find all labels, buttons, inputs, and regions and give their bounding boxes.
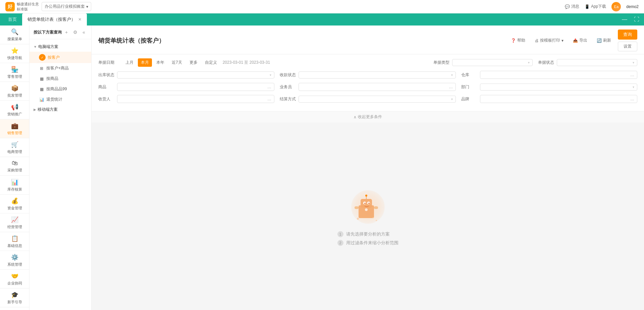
template-print-btn[interactable]: 🖨 按模板打印 ▾ (532, 36, 566, 45)
tip-num-1: 1 (337, 231, 343, 237)
finance-icon: 💰 (11, 197, 18, 205)
download-icon: 📱 (585, 4, 590, 9)
collab-icon: 🤝 (11, 272, 18, 280)
sidebar-item-wholesale-mgmt[interactable]: 📦 批发管理 (0, 82, 29, 101)
basic-info-icon: 📋 (11, 235, 18, 242)
date-btn-this-year[interactable]: 本年 (153, 58, 167, 67)
help-btn[interactable]: ❓ 帮助 (508, 36, 528, 45)
filter-row-4: 收货人 … 结算方式 ▾ 品牌 … (98, 95, 637, 103)
tip-1-text: 请先选择要分析的方案 (346, 231, 390, 237)
empty-tip-2: 2 用过滤条件来缩小分析范围 (337, 240, 398, 246)
settings-icon: ⚙ (73, 30, 77, 35)
query-btn[interactable]: 查询 (618, 30, 637, 40)
sidebar-item-operation[interactable]: 📈 经营管理 (0, 213, 29, 232)
sidebar-item-label: 营销推广 (7, 112, 22, 117)
top-header: 好 畅捷通好生意 标准版 办公用品行业模拟账套 ▾ 💬 消息 📱 App下载 E… (0, 0, 644, 13)
salesperson-select[interactable]: … (299, 83, 456, 91)
refresh-btn[interactable]: 🔄 刷新 (594, 36, 614, 45)
add-scheme-btn[interactable]: + (63, 29, 70, 36)
collapse-panel-btn[interactable]: « (80, 29, 87, 36)
sidebar-item-app-center[interactable]: 📱 应用中心 (0, 307, 29, 310)
sidebar-item-ecommerce[interactable]: 🛒 电商管理 (0, 138, 29, 157)
retail-icon: 🏪 (11, 66, 18, 73)
doc-status-select[interactable]: ▾ (557, 59, 637, 66)
date-btn-this-month[interactable]: 本月 (138, 58, 152, 67)
tree-item-by-goods-99[interactable]: ▦ 按商品品99 (30, 84, 91, 94)
sidebar-item-system[interactable]: ⚙️ 系统管理 (0, 251, 29, 270)
warehouse-select[interactable]: … (480, 71, 637, 79)
message-label: 消息 (571, 4, 579, 9)
mobile-group-header[interactable]: ▶ 移动端方案 (30, 105, 91, 114)
sidebar-item-label: 电商管理 (7, 149, 22, 154)
brand-select[interactable]: … (480, 95, 637, 103)
message-action[interactable]: 💬 消息 (565, 4, 579, 9)
search-icon: 🔍 (11, 28, 18, 36)
tree-item-by-customer[interactable]: ✓ 按客户 (30, 52, 91, 63)
filter-cell-goods: 商品 … (98, 83, 274, 91)
date-btn-more[interactable]: 更多 (186, 58, 201, 67)
goods-select[interactable]: … (117, 83, 274, 91)
tab-sales-stats[interactable]: 销货单统计表（按客户） ✕ (22, 13, 87, 25)
filter-cell-outbound: 出库状态 ▾ (98, 71, 274, 79)
ellipsis-icon: … (630, 97, 634, 101)
username[interactable]: demo2 (626, 4, 639, 9)
brand-label: 品牌 (461, 96, 477, 102)
tree-item-by-customer-goods[interactable]: ⊞ 按客户+商品 (30, 63, 91, 73)
tab-bar: 首页 销货单统计表（按客户） ✕ — ⛶ (0, 13, 644, 25)
refresh-icon: 🔄 (597, 38, 602, 43)
empty-tip-1: 1 请先选择要分析的方案 (337, 231, 398, 237)
filter-cell-department: 部门 ▾ (461, 83, 637, 91)
scheme-settings-btn[interactable]: ⚙ (72, 29, 78, 36)
sidebar-item-label: 资金管理 (7, 206, 22, 211)
doc-type-select[interactable]: ▾ (452, 59, 533, 66)
sidebar-item-purchase[interactable]: 🛍 采购管理 (0, 157, 29, 176)
sidebar-item-inventory[interactable]: 📊 库存核算 (0, 176, 29, 195)
svg-rect-2 (361, 199, 372, 208)
settings-btn[interactable]: 设置 (618, 42, 637, 51)
sidebar-item-search-menu[interactable]: 🔍 搜索菜单 (0, 25, 29, 44)
app-download-action[interactable]: 📱 App下载 (585, 4, 606, 9)
sidebar-item-enterprise-collab[interactable]: 🤝 企业协同 (0, 270, 29, 289)
payment-select[interactable]: ▾ (299, 71, 456, 79)
sidebar-item-label: 销售管理 (7, 131, 22, 136)
tab-home[interactable]: 首页 (3, 13, 22, 25)
outbound-select[interactable]: ▾ (117, 71, 274, 79)
desktop-group-header[interactable]: ▼ 电脑端方案 (30, 42, 91, 52)
sidebar-item-label: 新手引导 (7, 300, 22, 305)
settlement-select[interactable]: ▾ (299, 96, 456, 103)
sidebar-item-finance[interactable]: 💰 资金管理 (0, 195, 29, 213)
sidebar-item-new-guide[interactable]: 🎓 新手引导 (0, 289, 29, 307)
tab-maximize-btn[interactable]: ⛶ (632, 15, 641, 24)
receiver-select[interactable]: … (117, 95, 274, 103)
sidebar-item-sales-mgmt[interactable]: 💼 销售管理 (0, 119, 29, 138)
date-btn-custom[interactable]: 自定义 (202, 58, 220, 67)
date-btn-last-7-days[interactable]: 近7天 (169, 58, 185, 67)
sidebar-item-retail-mgmt[interactable]: 🏪 零售管理 (0, 63, 29, 82)
date-btn-last-month[interactable]: 上月 (122, 58, 137, 67)
tab-minimize-btn[interactable]: — (620, 15, 629, 24)
main-layout: 🔍 搜索菜单 ⭐ 快捷导航 🏪 零售管理 📦 批发管理 📢 营销推广 💼 销售管… (0, 25, 644, 310)
page-header-actions: ❓ 帮助 🖨 按模板打印 ▾ 📤 导出 🔄 刷新 查询 (508, 30, 637, 51)
app-selector[interactable]: 办公用品行业模拟账套 ▾ (42, 2, 91, 11)
tree-item-by-goods[interactable]: ▦ 按商品 (30, 73, 91, 84)
chevron-down-icon: ▾ (633, 61, 634, 64)
page-title: 销货单统计表（按客户） (98, 37, 165, 45)
sidebar-item-quick-nav[interactable]: ⭐ 快捷导航 (0, 44, 29, 63)
tab-close-icon[interactable]: ✕ (78, 17, 82, 22)
export-btn[interactable]: 📤 导出 (570, 36, 590, 45)
sidebar-item-marketing[interactable]: 📢 营销推广 (0, 101, 29, 119)
avatar[interactable]: Ea (611, 2, 621, 11)
help-icon: ❓ (511, 38, 516, 43)
tree-item-return-stats[interactable]: 📊 退货统计 (30, 94, 91, 105)
department-select[interactable]: ▾ (480, 84, 637, 91)
sidebar-item-label: 系统管理 (7, 262, 22, 267)
guide-icon: 🎓 (11, 291, 18, 299)
desktop-tree-items: ✓ 按客户 ⊞ 按客户+商品 ▦ 按商品 ▦ 按商品品99 📊 退货统计 (30, 52, 91, 105)
filter-row-3: 商品 … 业务员 … 部门 ▾ (98, 83, 637, 91)
sidebar-item-label: 搜索菜单 (7, 37, 22, 42)
sidebar-item-basic-info[interactable]: 📋 基础信息 (0, 232, 29, 251)
payment-label: 收款状态 (280, 72, 296, 78)
ellipsis-icon: … (267, 85, 271, 89)
active-scheme-icon: ✓ (39, 54, 46, 61)
collapse-bar[interactable]: ∧ 收起更多条件 (92, 111, 644, 122)
